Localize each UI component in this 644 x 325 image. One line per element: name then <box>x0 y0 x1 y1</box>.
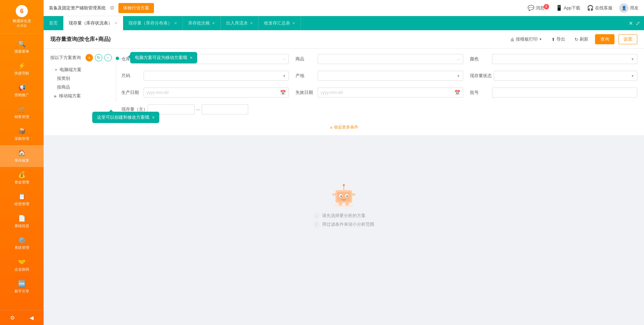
sidebar-item-guide[interactable]: 🆕 新手引导 <box>0 276 44 298</box>
tab-collection[interactable]: 收发存汇总表 ✕ <box>259 16 301 30</box>
export-icon: ⬆ <box>551 37 555 42</box>
stock-status-dropdown-icon: ▼ <box>631 74 634 78</box>
sidebar-logo: 6 畅通好生意 标准版 <box>0 0 44 34</box>
svg-rect-12 <box>345 202 349 206</box>
tree-item-mobile[interactable]: ▶ 移动端方案 <box>50 92 112 100</box>
notification-badge: 6 <box>544 4 549 9</box>
refresh-btn[interactable]: ↻ 刷新 <box>572 35 591 44</box>
export-btn[interactable]: ⬆ 导出 <box>549 35 568 44</box>
tab-batch[interactable]: 库存批次账 ✕ <box>183 16 221 30</box>
stock-status-label: 现存量状态 <box>470 73 492 79</box>
app-icon: 📱 <box>556 5 562 11</box>
message-icon: 💬 <box>528 5 534 11</box>
tooltip2-close-btn[interactable]: × <box>152 115 155 120</box>
gear-icon[interactable]: ⚙ <box>110 5 114 11</box>
svg-rect-9 <box>332 194 336 196</box>
tab-inventory-dist[interactable]: 现存量（库存分布表） ✕ <box>123 16 183 30</box>
batch-no-input[interactable] <box>492 88 637 98</box>
tab-home[interactable]: 首页 <box>44 16 63 30</box>
tab-close-inventory-dist[interactable]: ✕ <box>174 21 177 25</box>
filter-size: 尺码 ▼ <box>121 71 289 81</box>
batch-no-label: 批号 <box>470 90 490 96</box>
origin-select[interactable]: ▼ <box>318 71 463 81</box>
goods-dropdown-icon: ··· <box>457 57 460 61</box>
sidebar-item-basic[interactable]: 📄 基础信息 <box>0 211 44 232</box>
empty-tip-2: 2 用过滤条件来缩小分析范围 <box>313 221 374 227</box>
tree-item-desktop[interactable]: ▼ 电脑端方案 <box>50 65 112 74</box>
set-button[interactable]: 设置 <box>619 34 637 44</box>
tab-in-out[interactable]: 出入库流水 ✕ <box>221 16 259 30</box>
page-title: 现存量查询(按仓库+商品) <box>50 36 111 43</box>
filter-add-btn[interactable]: + <box>86 54 93 61</box>
empty-tip-1: 1 请先选择要分析的方案 <box>313 213 374 219</box>
stock-status-select[interactable]: ▼ <box>494 71 637 81</box>
sidebar-item-search[interactable]: 🔍 搜索菜单 <box>0 36 44 58</box>
enterprise-icon: 🤝 <box>18 258 25 266</box>
sidebar: 6 畅通好生意 标准版 🔍 搜索菜单 ⚡ 快捷导航 📢 营销推广 🛒 销售管理 … <box>0 0 44 325</box>
purchase-icon: 📦 <box>18 127 25 135</box>
sidebar-item-sales[interactable]: 🛒 销售管理 <box>0 102 44 123</box>
filter-refresh-btn[interactable]: ↻ <box>95 54 102 61</box>
svg-rect-11 <box>339 202 342 206</box>
color-dropdown-icon: ▼ <box>631 57 634 61</box>
logo-icon: 6 <box>16 5 28 17</box>
sales-icon: 🛒 <box>18 106 25 113</box>
page-area: 现存量查询(按仓库+商品) 🖨 按模板打印 ▼ ⬆ 导出 ↻ 刷新 查询 设置 <box>44 30 644 325</box>
tab-close-in-out[interactable]: ✕ <box>250 21 253 25</box>
operations-icon: 📋 <box>18 193 25 200</box>
expire-date-start[interactable]: yyyy-mm-dd 📅 <box>318 88 463 98</box>
size-label: 尺码 <box>121 73 142 79</box>
empty-state: 1 请先选择要分析的方案 2 用过滤条件来缩小分析范围 <box>313 178 374 227</box>
prod-date-start-icon: 📅 <box>280 90 286 95</box>
tree-arrow-mobile: ▶ <box>54 94 57 98</box>
filter-arrow-btn[interactable]: ← <box>104 54 112 61</box>
settings-bottom-btn[interactable]: ⚙ <box>10 315 15 321</box>
sidebar-item-operations[interactable]: 📋 经营管理 <box>0 189 44 211</box>
tree-item-category[interactable]: 按类别 <box>50 74 112 83</box>
sidebar-item-purchase[interactable]: 📦 采购管理 <box>0 123 44 145</box>
empty-illustration <box>329 178 359 209</box>
tree-item-goods[interactable]: 按商品 <box>50 83 112 92</box>
sidebar-item-system[interactable]: ⚙️ 系统管理 <box>0 232 44 254</box>
topbar-left: 装备及固定资产辅助管理系统 ⚙ 体验行业方案 <box>49 3 154 13</box>
industry-button[interactable]: 体验行业方案 <box>118 3 154 13</box>
collapse-bar[interactable]: ∧ 收起更多条件 <box>50 122 637 133</box>
stock-qty-max-input[interactable] <box>202 104 249 114</box>
main-wrapper: 装备及固定资产辅助管理系统 ⚙ 体验行业方案 💬 消息 6 📱 App下载 🎧 … <box>44 0 644 325</box>
prod-date-label: 生产日期 <box>121 90 142 96</box>
tab-close-batch[interactable]: ✕ <box>212 21 215 25</box>
filter-batch-no: 批号 <box>470 88 637 98</box>
tab-close-all-btn[interactable]: ✕ <box>629 20 633 26</box>
tab-close-inventory-status[interactable]: ✕ <box>114 21 117 25</box>
sidebar-item-marketing[interactable]: 📢 营销推广 <box>0 80 44 102</box>
goods-label: 商品 <box>296 56 316 62</box>
finance-icon: 💰 <box>18 171 25 178</box>
app-download-action[interactable]: 📱 App下载 <box>556 5 580 11</box>
message-action[interactable]: 💬 消息 6 <box>528 5 549 11</box>
size-select[interactable]: ▼ <box>144 71 289 81</box>
filter-color: 颜色 ▼ <box>470 54 637 64</box>
color-label: 颜色 <box>470 56 490 62</box>
svg-point-5 <box>340 196 342 197</box>
collapse-arrow-icon: ∧ <box>330 125 333 130</box>
print-btn[interactable]: 🖨 按模板打印 ▼ <box>507 35 545 44</box>
user-profile[interactable]: 👤 用友 <box>619 3 639 13</box>
collapse-btn[interactable]: ◀ <box>30 315 34 321</box>
query-button[interactable]: 查询 <box>595 34 614 44</box>
content-area: 1 请先选择要分析的方案 2 用过滤条件来缩小分析范围 <box>44 136 644 270</box>
stock-qty-range: — <box>148 104 248 114</box>
sidebar-item-inventory[interactable]: 🏠 库存核算 <box>0 145 44 167</box>
topbar-right: 💬 消息 6 📱 App下载 🎧 在线客服 👤 用友 <box>528 3 639 13</box>
tab-inventory-status[interactable]: 现存量（库存状况表） ✕ <box>63 16 123 30</box>
guide-icon: 🆕 <box>18 280 25 287</box>
tab-close-collection[interactable]: ✕ <box>292 21 295 25</box>
tab-expand-btn[interactable]: ⤢ <box>636 20 640 26</box>
sidebar-item-enterprise[interactable]: 🤝 企业协同 <box>0 254 44 276</box>
support-action[interactable]: 🎧 在线客服 <box>587 5 612 11</box>
prod-date-start[interactable]: yyyy-mm-dd 📅 <box>144 88 289 98</box>
tooltip1-close-btn[interactable]: × <box>190 55 193 60</box>
goods-select[interactable]: ··· <box>318 54 463 64</box>
sidebar-item-finance[interactable]: 💰 资金管理 <box>0 167 44 189</box>
color-select[interactable]: ▼ <box>492 54 637 64</box>
sidebar-item-quicknav[interactable]: ⚡ 快捷导航 <box>0 58 44 80</box>
